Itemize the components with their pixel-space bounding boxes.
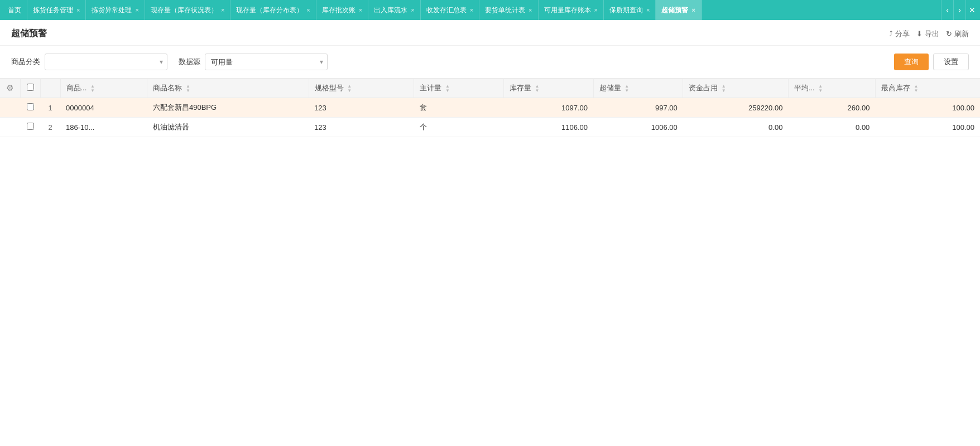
topbar-tab-1[interactable]: 拣货任务管理× [27,0,86,20]
topbar-tab-2[interactable]: 拣货异常处理× [86,0,145,20]
cell-avg-0: 260.00 [788,98,875,118]
share-icon: ⤴ [889,30,893,38]
cell-product-code-0: 0000004 [60,98,147,118]
category-select-wrapper [45,54,167,70]
topbar-tab-3[interactable]: 现存量（库存状况表）× [145,0,230,20]
page-content: 超储预警 ⤴ 分享 ⬇ 导出 ↻ 刷新 商品分类 [0,20,980,446]
nav-next-button[interactable]: › [953,0,965,20]
cell-spec-0: 123 [309,98,414,118]
tab-close-icon-5[interactable]: × [359,7,362,13]
tab-close-icon-3[interactable]: × [221,7,224,13]
header-actions: ⤴ 分享 ⬇ 导出 ↻ 刷新 [889,29,969,39]
topbar-tab-6[interactable]: 出入库流水× [368,0,420,20]
topbar-tab-8[interactable]: 要货单统计表× [479,0,538,20]
tab-close-icon-1[interactable]: × [76,7,80,13]
datasource-select[interactable]: 可用量 库存量 [205,54,328,70]
row-num-1: 2 [40,118,60,137]
cell-overstock-1: 1006.00 [593,118,683,137]
nav-close-button[interactable]: ✕ [965,0,978,20]
tab-close-icon-10[interactable]: × [646,7,650,13]
col-header-gear[interactable]: ⚙ [0,79,20,98]
select-all-checkbox[interactable] [27,84,34,91]
data-table: ⚙商品... ▲▼商品名称 ▲▼规格型号 ▲▼主计量 ▲▼库存量 ▲▼超储量 ▲… [0,78,980,137]
export-label: 导出 [925,29,939,39]
cell-avg-1: 0.00 [788,118,875,137]
gear-icon[interactable]: ⚙ [6,83,13,93]
filter-bar: 商品分类 数据源 可用量 库存量 查询 设置 [0,46,980,78]
cell-gear-0 [0,98,20,118]
cell-stock-1: 1106.00 [503,118,593,137]
tab-close-icon-9[interactable]: × [594,7,598,13]
cell-capital-0: 259220.00 [683,98,789,118]
table-wrapper: ⚙商品... ▲▼商品名称 ▲▼规格型号 ▲▼主计量 ▲▼库存量 ▲▼超储量 ▲… [0,78,980,148]
cell-overstock-0: 997.00 [593,98,683,118]
cell-product-code-1: 186-10... [60,118,147,137]
col-header-stock[interactable]: 库存量 ▲▼ [503,79,593,98]
page-title: 超储预警 [11,28,47,40]
cell-check-1 [20,118,40,137]
col-header-product_name[interactable]: 商品名称 ▲▼ [147,79,309,98]
topbar-tab-0[interactable]: 首页 [2,0,27,20]
row-checkbox-0[interactable] [27,103,34,110]
cell-max-stock-1: 100.00 [875,118,980,137]
table-row: 2186-10...机油滤清器123个1106.001006.000.000.0… [0,118,980,137]
settings-button[interactable]: 设置 [933,54,969,70]
datasource-label: 数据源 [179,57,200,67]
export-icon: ⬇ [916,30,923,38]
cell-stock-0: 1097.00 [503,98,593,118]
cell-gear-1 [0,118,20,137]
col-header-unit[interactable]: 主计量 ▲▼ [414,79,504,98]
cell-product-name-1: 机油滤清器 [147,118,309,137]
topbar-tab-10[interactable]: 保质期查询× [604,0,656,20]
tab-close-icon-7[interactable]: × [470,7,473,13]
table-header: ⚙商品... ▲▼商品名称 ▲▼规格型号 ▲▼主计量 ▲▼库存量 ▲▼超储量 ▲… [0,79,980,98]
cell-capital-1: 0.00 [683,118,789,137]
topbar-tab-7[interactable]: 收发存汇总表× [421,0,479,20]
col-header-product_code[interactable]: 商品... ▲▼ [60,79,147,98]
category-label: 商品分类 [11,57,40,67]
tab-close-icon-8[interactable]: × [529,7,532,13]
refresh-icon: ↻ [946,30,952,38]
filter-right-btns: 查询 设置 [894,54,969,70]
col-header-check [20,79,40,98]
col-header-max_stock[interactable]: 最高库存 ▲▼ [875,79,980,98]
row-checkbox-1[interactable] [27,123,34,130]
share-button[interactable]: ⤴ 分享 [889,29,910,39]
cell-max-stock-0: 100.00 [875,98,980,118]
tab-close-icon-11[interactable]: × [691,7,695,13]
query-button[interactable]: 查询 [894,54,929,70]
topbar-tab-11[interactable]: 超储预警× [656,0,701,20]
share-label: 分享 [895,29,910,39]
cell-unit-0: 套 [414,98,504,118]
topbar-tab-9[interactable]: 可用量库存账本× [539,0,604,20]
col-header-capital[interactable]: 资金占用 ▲▼ [683,79,789,98]
page-header: 超储预警 ⤴ 分享 ⬇ 导出 ↻ 刷新 [0,20,980,46]
tab-close-icon-6[interactable]: × [411,7,414,13]
export-button[interactable]: ⬇ 导出 [916,29,939,39]
row-num-0: 1 [40,98,60,118]
table-body: 10000004六配套新昌490BPG123套1097.00997.002592… [0,98,980,137]
nav-prev-button[interactable]: ‹ [941,0,953,20]
cell-unit-1: 个 [414,118,504,137]
col-header-rownum [40,79,60,98]
table-row: 10000004六配套新昌490BPG123套1097.00997.002592… [0,98,980,118]
tab-close-icon-2[interactable]: × [135,7,138,13]
col-header-spec[interactable]: 规格型号 ▲▼ [309,79,414,98]
topbar-tab-4[interactable]: 现存量（库存分布表）× [230,0,316,20]
refresh-label: 刷新 [954,29,969,39]
cell-product-name-0: 六配套新昌490BPG [147,98,309,118]
col-header-overstock[interactable]: 超储量 ▲▼ [593,79,683,98]
col-header-avg[interactable]: 平均... ▲▼ [788,79,875,98]
tab-close-icon-4[interactable]: × [306,7,310,13]
cell-spec-1: 123 [309,118,414,137]
datasource-filter-group: 数据源 可用量 库存量 [179,54,328,70]
topbar-tab-5[interactable]: 库存批次账× [316,0,368,20]
category-filter-group: 商品分类 [11,54,167,70]
datasource-select-wrapper: 可用量 库存量 [205,54,328,70]
topbar: 首页拣货任务管理×拣货异常处理×现存量（库存状况表）×现存量（库存分布表）×库存… [0,0,980,20]
cell-check-0 [20,98,40,118]
category-select[interactable] [45,54,167,70]
refresh-button[interactable]: ↻ 刷新 [946,29,969,39]
